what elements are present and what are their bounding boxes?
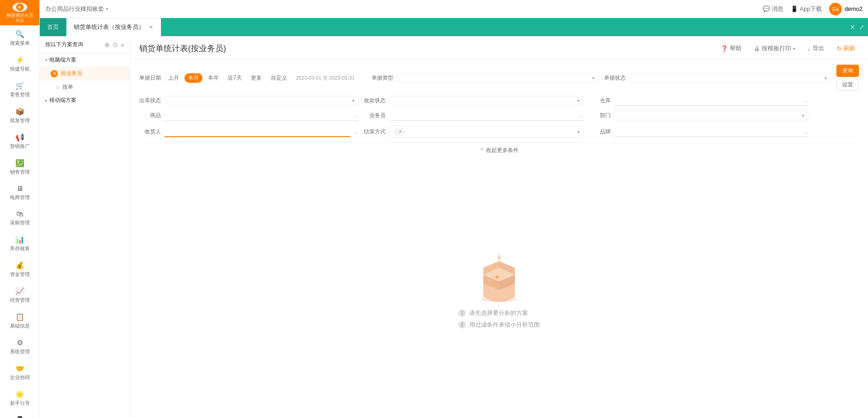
sidebar-item-operations[interactable]: 📈 经营管理 [8, 282, 32, 308]
help-button[interactable]: ❓ 帮助 [717, 43, 745, 54]
date-tab-current-month[interactable]: 本月 [184, 73, 203, 83]
refresh-button[interactable]: ↻ 刷新 [833, 43, 859, 54]
apps-icon: 📱 [15, 416, 24, 418]
tip-1-num: 1 [458, 309, 466, 317]
svg-text:✦: ✦ [494, 273, 500, 282]
right-main: 销货单统计表(按业务员) ❓ 帮助 🖨 按模板打印 ▾ ↓ 导出 [130, 36, 868, 418]
scheme-item-by-order[interactable]: ∷ 按单 [40, 81, 130, 94]
sidebar-item-system[interactable]: ⚙ 系统管理 [8, 334, 32, 360]
action-buttons: 查询 设置 [836, 65, 859, 91]
app-download-button[interactable]: 📱 App下载 [791, 5, 822, 13]
svg-text:畅: 畅 [18, 5, 21, 10]
sidebar-item-purchase[interactable]: 🛍 采购管理 [8, 205, 32, 231]
scheme-group-pc-title[interactable]: ▾ 电脑端方案 [40, 53, 130, 66]
retail-icon: 🛒 [15, 81, 24, 90]
scheme-item-salesperson[interactable]: 按 按业务员 [40, 66, 130, 81]
tabbar: 首页 销货单统计表（按业务员） ✕ ✕ ⤢ [40, 18, 868, 36]
department-select[interactable]: ▾ [614, 111, 808, 120]
sidebar-item-search-menu[interactable]: 🔍 搜索菜单 [8, 25, 32, 51]
payment-method-select[interactable]: × ▾ [389, 125, 583, 138]
tab-sales-report[interactable]: 销货单统计表（按业务员） ✕ [66, 18, 161, 36]
salesperson-more: ... [579, 112, 584, 119]
sidebar-logo: 畅 畅捷通好生意 标版 [0, 0, 39, 25]
page-title: 销货单统计表(按业务员) [139, 43, 226, 54]
filter-row-2: 出库状态 ▾ 收款状态 ▾ 仓库 [139, 95, 859, 106]
tab-close-window-btn[interactable]: ✕ [850, 24, 855, 31]
doc-status-select[interactable]: ▾ [629, 73, 831, 83]
print-button[interactable]: 🖨 按模板打印 ▾ [750, 43, 799, 54]
system-icon: ⚙ [17, 338, 23, 347]
delivery-status-select[interactable]: ▾ [165, 96, 359, 105]
enterprise-icon: 🤝 [15, 364, 24, 373]
date-tab-custom[interactable]: 自定义 [267, 73, 291, 83]
date-tab-year[interactable]: 本年 [204, 73, 222, 83]
help-label: 帮助 [730, 44, 741, 52]
left-panel-actions: ⊕ ⊙ « [104, 41, 124, 48]
tab-spacer [161, 18, 846, 36]
sales-icon: 💹 [15, 159, 24, 167]
brand-input-area[interactable]: ... [614, 127, 808, 137]
doc-type-select[interactable]: ▾ [397, 73, 599, 83]
tab-home[interactable]: 首页 [40, 18, 66, 36]
pc-group-label: 电脑端方案 [49, 56, 76, 64]
user-menu[interactable]: Ea demo2 [829, 3, 863, 15]
sidebar: 畅 畅捷通好生意 标版 🔍 搜索菜单 ⚡ 快捷导航 🛒 零售管理 📦 批发管理 … [0, 0, 40, 418]
consignee-input[interactable] [165, 126, 350, 137]
topbar-breadcrumb: 办公用品行业模拟账套 ▾ [45, 5, 759, 13]
sidebar-item-enterprise[interactable]: 🤝 企业协同 [8, 360, 32, 385]
print-label: 按模板打印 [762, 44, 791, 52]
tab-close-icon[interactable]: ✕ [149, 24, 153, 30]
add-scheme-button[interactable]: ⊕ [104, 41, 110, 48]
sidebar-item-retail[interactable]: 🛒 零售管理 [8, 77, 32, 103]
payment-method-tag-close[interactable]: × [399, 128, 402, 135]
date-tab-more[interactable]: 更多 [247, 73, 265, 83]
payment-status-caret: ▾ [577, 98, 580, 103]
doc-status-caret: ▾ [825, 76, 827, 81]
delivery-status-label: 出库状态 [139, 97, 161, 104]
payment-status-select[interactable]: ▾ [389, 96, 583, 105]
refresh-icon: ↻ [837, 45, 842, 52]
salesperson-input-area[interactable]: ... [389, 110, 583, 121]
sidebar-item-basic-info[interactable]: 📋 基础信息 [8, 308, 32, 334]
scheme-group-mobile-title[interactable]: ▸ 移动端方案 [40, 94, 130, 107]
warehouse-input-area[interactable]: ... [614, 95, 808, 106]
query-button[interactable]: 查询 [836, 65, 859, 77]
tab-maximize-btn[interactable]: ⤢ [859, 24, 864, 31]
collapse-panel-button[interactable]: « [121, 41, 124, 48]
page-content: 按以下方案查询 ⊕ ⊙ « ▾ 电脑端方案 按 按业务员 ∷ [40, 36, 868, 418]
username: demo2 [844, 5, 863, 12]
collapse-button[interactable]: ⌃ 收起更多条件 [480, 147, 519, 154]
product-group: 商品 ... [139, 110, 359, 121]
newbie-label: 新手引导 [10, 400, 30, 407]
date-tab-7days[interactable]: 近7天 [224, 73, 245, 83]
sidebar-item-inventory[interactable]: 📊 库存核算 [8, 231, 32, 256]
message-label: 消息 [772, 5, 783, 13]
sidebar-item-finance[interactable]: 💰 资金管理 [8, 256, 32, 282]
sidebar-item-marketing[interactable]: 📢 营销推广 [8, 128, 32, 154]
sidebar-item-sales[interactable]: 💹 销售管理 [8, 154, 32, 180]
print-dropdown-icon[interactable]: ▾ [793, 46, 795, 51]
newbie-icon: 🌟 [15, 390, 24, 399]
sidebar-item-wholesale[interactable]: 📦 批发管理 [8, 103, 32, 128]
basic-info-icon: 📋 [15, 313, 24, 321]
print-icon: 🖨 [754, 45, 760, 52]
sidebar-item-newbie[interactable]: 🌟 新手引导 [8, 385, 32, 411]
operations-icon: 📈 [15, 287, 24, 295]
system-label: 系统管理 [10, 348, 30, 355]
message-button[interactable]: 💬 消息 [763, 5, 783, 13]
sidebar-item-apps[interactable]: 📱 应用中心 [8, 411, 32, 418]
breadcrumb-dropdown-icon[interactable]: ▾ [106, 6, 108, 11]
basic-info-label: 基础信息 [10, 323, 30, 329]
delivery-status-caret: ▾ [352, 98, 354, 103]
date-tab-last-month[interactable]: 上月 [165, 73, 183, 83]
logo-subtitle: 标版 [16, 18, 24, 23]
product-input-area[interactable]: ... [165, 110, 359, 121]
settings-scheme-button[interactable]: ⊙ [113, 41, 118, 48]
settings-button[interactable]: 设置 [836, 79, 859, 91]
scheme-group-pc: ▾ 电脑端方案 按 按业务员 ∷ 按单 [40, 53, 130, 94]
sidebar-item-quick-nav[interactable]: ⚡ 快捷导航 [8, 51, 32, 77]
sidebar-item-ecommerce[interactable]: 🖥 电商管理 [8, 180, 32, 205]
filter-row-3: 商品 ... 业务员 ... 部门 [139, 110, 859, 121]
collapse-icon: ⌃ [480, 147, 484, 154]
export-button[interactable]: ↓ 导出 [804, 43, 828, 54]
